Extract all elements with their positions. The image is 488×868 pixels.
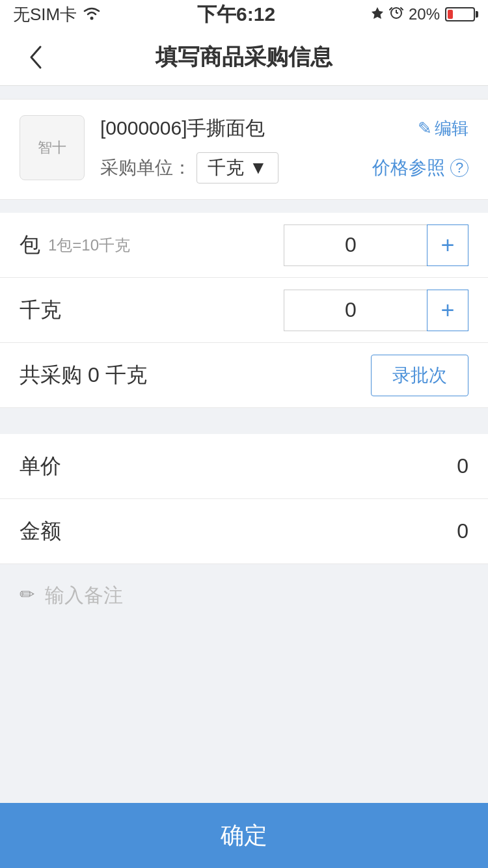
edit-button[interactable]: ✎ 编辑 xyxy=(418,117,468,140)
amount-label: 金额 xyxy=(20,517,61,546)
total-label: 共采购 0 千克 xyxy=(20,361,147,390)
status-right: 20% xyxy=(371,5,475,23)
status-left: 无SIM卡 xyxy=(13,3,102,26)
price-section: 单价 0 金额 0 xyxy=(0,434,488,564)
unit-label: 采购单位： xyxy=(100,156,191,180)
batch-button[interactable]: 录批次 xyxy=(371,355,468,396)
content-spacer xyxy=(0,668,488,798)
price-ref-button[interactable]: 价格参照 ? xyxy=(372,156,468,180)
unit-price-value: 0 xyxy=(457,454,468,478)
bao-input[interactable] xyxy=(284,224,427,266)
bao-row: 包 1包=10千克 + xyxy=(0,213,488,278)
battery-percentage: 20% xyxy=(409,5,440,23)
unit-row: 采购单位： 千克 ▼ 价格参照 ? xyxy=(100,152,468,183)
amount-value: 0 xyxy=(457,519,468,543)
edit-icon: ✎ xyxy=(418,118,432,139)
product-logo: 智十 xyxy=(20,115,85,180)
bao-plus-icon: + xyxy=(441,232,454,259)
unit-price-row: 单价 0 xyxy=(0,434,488,499)
bao-label-group: 包 1包=10千克 xyxy=(20,231,130,260)
wifi-icon xyxy=(82,5,102,25)
back-button[interactable] xyxy=(16,38,55,77)
status-time: 下午6:12 xyxy=(197,1,275,28)
confirm-button[interactable]: 确定 xyxy=(0,803,488,868)
notes-icon: ✏ xyxy=(20,584,34,605)
location-icon xyxy=(371,5,384,23)
unit-select[interactable]: 千克 ▼ xyxy=(197,152,278,183)
product-logo-text: 智十 xyxy=(38,138,66,157)
qianke-input[interactable] xyxy=(284,290,427,331)
notes-section[interactable]: ✏ 输入备注 xyxy=(0,564,488,668)
qianke-plus-icon: + xyxy=(441,297,454,324)
no-sim-text: 无SIM卡 xyxy=(13,3,77,26)
bao-plus-button[interactable]: + xyxy=(427,224,468,266)
price-ref-label: 价格参照 xyxy=(372,156,445,180)
product-name: [0000006]手撕面包 xyxy=(100,115,265,142)
qianke-label: 千克 xyxy=(20,296,61,325)
qianke-plus-button[interactable]: + xyxy=(427,290,468,331)
unit-value: 千克 xyxy=(208,156,244,180)
bao-sub: 1包=10千克 xyxy=(48,235,130,256)
product-name-row: [0000006]手撕面包 ✎ 编辑 xyxy=(100,115,468,142)
bao-input-group: + xyxy=(284,224,468,266)
battery-icon xyxy=(445,7,475,21)
battery-fill xyxy=(448,10,453,19)
separator-1 xyxy=(0,200,488,213)
svg-point-0 xyxy=(90,16,94,20)
confirm-label: 确定 xyxy=(221,820,267,852)
price-ref-icon: ? xyxy=(450,159,468,177)
page-title: 填写商品采购信息 xyxy=(156,42,332,72)
status-bar: 无SIM卡 下午6:12 20% xyxy=(0,0,488,29)
dropdown-icon: ▼ xyxy=(249,157,267,178)
unit-price-label: 单价 xyxy=(20,452,61,481)
nav-bar: 填写商品采购信息 xyxy=(0,29,488,86)
separator-2 xyxy=(0,408,488,421)
qianke-row: 千克 + xyxy=(0,278,488,343)
edit-label: 编辑 xyxy=(435,117,468,140)
qianke-input-group: + xyxy=(284,290,468,331)
form-bao-section: 包 1包=10千克 + 千克 + xyxy=(0,213,488,343)
alarm-icon xyxy=(389,5,403,23)
bao-label: 包 xyxy=(20,231,40,260)
notes-placeholder: 输入备注 xyxy=(45,582,123,609)
total-row: 共采购 0 千克 录批次 xyxy=(0,343,488,408)
product-info: [0000006]手撕面包 ✎ 编辑 采购单位： 千克 ▼ 价格参照 ? xyxy=(100,115,468,183)
product-card: 智十 [0000006]手撕面包 ✎ 编辑 采购单位： 千克 ▼ 价格参照 ? xyxy=(0,99,488,200)
amount-row: 金额 0 xyxy=(0,499,488,564)
unit-selector-group: 采购单位： 千克 ▼ xyxy=(100,152,278,183)
